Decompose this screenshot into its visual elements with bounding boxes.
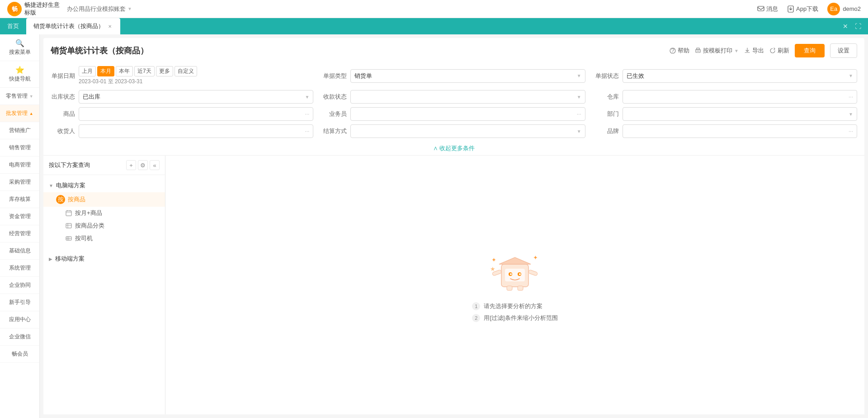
help-action[interactable]: ? 帮助 (670, 47, 689, 55)
filter-row-2: 出库状态 已出库 ▼ 收款状态 ▼ (43, 88, 864, 105)
print-action[interactable]: 按模板打印 ▼ (695, 47, 739, 55)
left-panel-title: 按以下方案查询 (49, 161, 90, 169)
svg-rect-29 (507, 286, 512, 290)
panel-collapse-btn[interactable]: « (150, 160, 160, 170)
filter-row-4: 收货人 ··· 结算方式 ▼ (43, 123, 864, 142)
collapse-filters[interactable]: ∧ 收起更多条件 (47, 142, 861, 155)
brand-field[interactable]: ··· (623, 124, 857, 138)
payment-method-dropdown[interactable]: ▼ (350, 124, 585, 138)
right-content: ✦ ✦ ★ 1 请先选择要分析的方案 2 用[过滤]条件来缩小分析范围 (165, 156, 864, 414)
payment-method-item: 结算方式 ▼ (322, 124, 585, 138)
sidebar-item-appcenter[interactable]: 应用中心 (0, 311, 39, 328)
period-this-year[interactable]: 本年 (116, 66, 133, 76)
doc-type-filter-item: 单据类型 销货单 ▼ (322, 66, 585, 86)
payment-status-label: 收款状态 (322, 93, 347, 101)
salesperson-label: 业务员 (322, 110, 347, 118)
sidebar-item-cooperation[interactable]: 企业协同 (0, 277, 39, 294)
app-download-action[interactable]: App下载 (787, 5, 818, 13)
tree-item-by-category[interactable]: 按商品分类 (43, 219, 165, 232)
tree-group-label: 电脑端方案 (56, 181, 85, 190)
doc-type-label: 单据类型 (322, 72, 347, 80)
panel-settings-btn[interactable]: ⚙ (138, 160, 148, 170)
product-field[interactable]: ··· (79, 107, 313, 121)
tree-mobile-header[interactable]: ▶ 移动端方案 (43, 252, 165, 266)
empty-state: ✦ ✦ ★ 1 请先选择要分析的方案 2 用[过滤]条件来缩小分析范围 (165, 156, 864, 414)
payment-status-dropdown[interactable]: ▼ (350, 90, 585, 104)
storage-status-dropdown[interactable]: 已出库 ▼ (79, 90, 313, 104)
query-button[interactable]: 查询 (795, 44, 825, 57)
svg-rect-30 (518, 286, 523, 290)
doc-type-control: 销货单 ▼ (350, 69, 585, 83)
period-more[interactable]: 更多 (156, 66, 173, 76)
top-left: 畅 畅捷进好生意 标版 办公用品行业模拟账套 ▼ (7, 1, 136, 17)
warehouse-label: 仓库 (594, 93, 619, 101)
top-header: 畅 畅捷进好生意 标版 办公用品行业模拟账套 ▼ 消息 App下载 Ea dem… (0, 0, 868, 18)
month-product-icon (65, 209, 72, 217)
consignee-field[interactable]: ··· (79, 124, 313, 138)
product-item: 商品 ··· (51, 107, 313, 121)
export-action[interactable]: 导出 (744, 47, 764, 55)
window-close-btn[interactable]: ✕ (841, 22, 850, 31)
sidebar-item-member[interactable]: 畅会员 (0, 346, 39, 363)
dept-item: 部门 ▼ (594, 107, 857, 121)
sidebar-item-finance[interactable]: 资金管理 (0, 208, 39, 225)
doc-type-dropdown[interactable]: 销货单 ▼ (350, 69, 585, 83)
sidebar-item-sales[interactable]: 销售管理 (0, 139, 39, 157)
window-maximize-btn[interactable]: ⛶ (854, 22, 863, 31)
payment-method-label: 结算方式 (322, 127, 347, 135)
tree-mobile-expand-icon: ▶ (49, 256, 52, 261)
storage-status-item: 出库状态 已出库 ▼ (51, 90, 313, 104)
salesperson-item: 业务员 ··· (322, 107, 585, 121)
warehouse-field[interactable]: ··· (623, 90, 857, 104)
sidebar-item-retail[interactable]: 零售管理 ▼ (0, 88, 39, 105)
doc-status-dropdown[interactable]: 已生效 ▼ (623, 69, 857, 83)
tree-item-by-product[interactable]: 按 按商品 (43, 192, 165, 207)
tab-close-stats[interactable]: ✕ (107, 23, 113, 29)
app-selector[interactable]: 办公用品行业模拟账套 ▼ (63, 3, 136, 15)
salesperson-field[interactable]: ··· (350, 107, 585, 121)
logo-icon: 畅 (7, 2, 22, 16)
sidebar-item-operations[interactable]: 经营管理 (0, 225, 39, 242)
period-last-month[interactable]: 上月 (79, 66, 96, 76)
sidebar-item-ecommerce[interactable]: 电商管理 (0, 157, 39, 174)
sidebar-item-marketing[interactable]: 营销推广 (0, 122, 39, 139)
tab-home[interactable]: 首页 (0, 18, 26, 34)
sidebar-item-inventory[interactable]: 库存核算 (0, 191, 39, 208)
tab-window-controls: ✕ ⛶ (841, 22, 868, 31)
panel-add-btn[interactable]: + (126, 160, 136, 170)
empty-illustration: ✦ ✦ ★ (488, 246, 542, 291)
dept-field[interactable]: ▼ (623, 107, 857, 121)
tree-item-by-cashier[interactable]: 按司机 (43, 232, 165, 245)
date-label: 单据日期 (51, 72, 75, 80)
tree-item-by-month-product[interactable]: 按月+商品 (43, 207, 165, 219)
period-this-month[interactable]: 本月 (97, 66, 114, 76)
consignee-label: 收货人 (51, 127, 75, 135)
sidebar-item-basic[interactable]: 基础信息 (0, 242, 39, 260)
sidebar-search[interactable]: 🔍 搜索菜单 (0, 34, 39, 61)
period-last-7[interactable]: 近7天 (134, 66, 155, 76)
sidebar-quicknav[interactable]: ⭐ 快捷导航 (0, 61, 39, 88)
sidebar-item-corpwechat[interactable]: 企业微信 (0, 328, 39, 346)
sidebar-item-system[interactable]: 系统管理 (0, 260, 39, 277)
sidebar-item-purchase[interactable]: 采购管理 (0, 174, 39, 191)
refresh-action[interactable]: 刷新 (769, 47, 789, 55)
quicknav-icon: ⭐ (0, 66, 39, 74)
doc-status-filter-item: 单据状态 已生效 ▼ (594, 66, 857, 86)
tree-desktop-header[interactable]: ▼ 电脑端方案 (43, 179, 165, 192)
tab-stats[interactable]: 销货单统计计表（按商品） ✕ (26, 18, 120, 34)
left-panel-actions: + ⚙ « (126, 160, 160, 170)
doc-status-label: 单据状态 (594, 72, 619, 80)
message-action[interactable]: 消息 (757, 5, 778, 13)
by-product-icon: 按 (56, 195, 65, 204)
svg-text:★: ★ (490, 266, 495, 272)
top-right: 消息 App下载 Ea demo2 (757, 3, 861, 15)
period-custom[interactable]: 自定义 (175, 66, 197, 76)
svg-text:✦: ✦ (491, 256, 496, 263)
settings-button[interactable]: 设置 (830, 43, 857, 58)
left-panel: 按以下方案查询 + ⚙ « ▼ 电脑端方案 按 (43, 156, 165, 414)
sidebar-item-wholesale[interactable]: 批发管理 ▲ (0, 105, 39, 122)
sidebar-item-newuser[interactable]: 新手引导 (0, 294, 39, 311)
date-filter-item: 单据日期 上月 本月 本年 近7天 更多 自定义 2023-03-01 至 20… (51, 66, 313, 86)
user-menu[interactable]: Ea demo2 (827, 3, 861, 15)
search-icon: 🔍 (0, 39, 39, 48)
